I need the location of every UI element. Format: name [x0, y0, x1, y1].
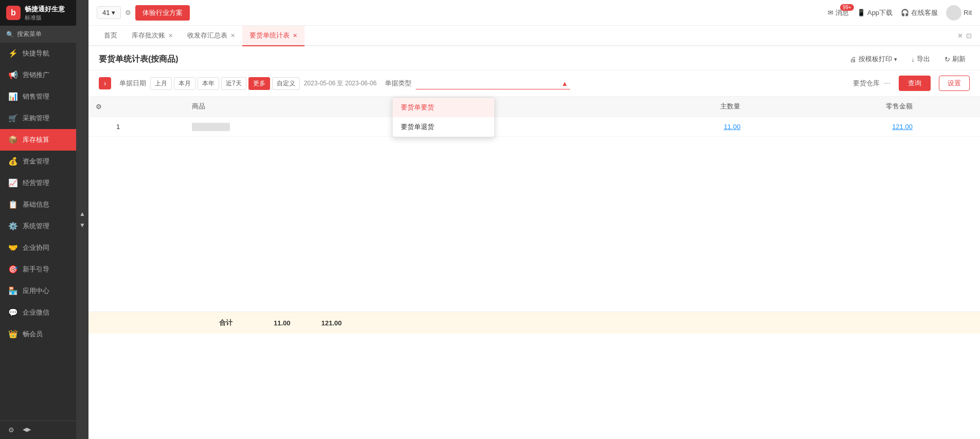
type-filter-dropdown-icon[interactable]: ▲: [561, 80, 568, 87]
appstore-icon: 🏪: [8, 286, 17, 296]
sidebar-item-finance[interactable]: 💰 资金管理: [0, 151, 76, 172]
topbar-right: ✉ 消息 99+ 📱 App下载 🎧 在线客服 Rit: [828, 5, 972, 21]
guide-icon: 🎯: [8, 265, 17, 274]
app-download-item[interactable]: 📱 App下载: [857, 8, 893, 17]
row-quantity: 11.00: [603, 117, 747, 137]
settings-icon[interactable]: ⚙: [8, 426, 14, 434]
enterprise-icon: 🤝: [8, 243, 17, 252]
col-extra: [920, 97, 980, 117]
sidebar-search[interactable]: 🔍 搜索菜单: [0, 26, 76, 43]
sidebar-item-marketing[interactable]: 📢 营销推广: [0, 64, 76, 86]
summary-row: 合计 11.00 121.00: [88, 312, 980, 334]
export-label: 导出: [917, 54, 930, 64]
refresh-icon: ↻: [945, 56, 950, 63]
close-window-icon[interactable]: ✕: [957, 32, 963, 40]
sidebar-item-label: 快捷导航: [23, 49, 49, 58]
date-btn-last-month[interactable]: 上月: [150, 77, 172, 90]
sidebar-item-enterprise[interactable]: 🤝 企业协同: [0, 237, 76, 259]
topbar-left: 41 ▾ ⚙ 体验行业方案: [97, 5, 822, 21]
expand-window-icon[interactable]: ⊡: [966, 32, 972, 40]
tab-receivable-summary-label: 收发存汇总表: [187, 31, 227, 40]
sidebar: b 畅捷通好生意 标准版 🔍 搜索菜单 ⚡ 快捷导航 📢 营销推广 📊 销售管理…: [0, 0, 76, 439]
date-btn-more[interactable]: 更多: [248, 77, 270, 90]
collapse-icon[interactable]: ◀▶: [23, 426, 31, 434]
date-btn-this-year[interactable]: 本年: [198, 77, 219, 90]
sidebar-item-label: 经营管理: [23, 178, 49, 188]
store-selector[interactable]: 41 ▾: [97, 6, 121, 19]
tab-inventory-batch[interactable]: 库存批次账 ✕: [124, 26, 180, 46]
refresh-btn[interactable]: ↻ 刷新: [940, 52, 970, 66]
sidebar-item-basic[interactable]: 📋 基础信息: [0, 194, 76, 215]
promo-button[interactable]: 体验行业方案: [135, 5, 190, 21]
sidebar-item-label: 采购管理: [23, 114, 49, 123]
page-title: 要货单统计表(按商品): [99, 54, 179, 65]
sidebar-nav: ⚡ 快捷导航 📢 营销推广 📊 销售管理 🛒 采购管理 📦 库存核算 💰 资金管…: [0, 43, 76, 420]
type-filter-input[interactable]: [416, 77, 570, 89]
warehouse-more-icon[interactable]: ···: [884, 79, 890, 88]
purchase-icon: 🛒: [8, 114, 17, 123]
col-quantity: 主数量: [603, 97, 747, 117]
sidebar-item-sales[interactable]: 📊 销售管理: [0, 86, 76, 107]
export-btn[interactable]: ↓ 导出: [907, 52, 935, 66]
sidebar-item-label: 企业微信: [23, 308, 49, 317]
sidebar-bottom: ⚙ ◀▶: [0, 420, 76, 439]
query-button[interactable]: 查询: [899, 76, 931, 91]
messages-badge: 99+: [840, 4, 854, 11]
sidebar-item-label: 系统管理: [23, 222, 49, 231]
store-dropdown-icon: ▾: [112, 9, 115, 16]
table-row: 1 ████████ 块 11.00 121.00: [88, 117, 980, 137]
dropdown-item-requisition-return[interactable]: 要货单退货: [393, 117, 494, 137]
user-item[interactable]: Rit: [946, 5, 972, 21]
table-wrap: ⚙ 商品 主计量单位 主数量 零售金额 1: [88, 97, 980, 137]
date-range-display: 2023-05-06 至 2023-06-06: [304, 79, 377, 88]
settings-icon-topbar[interactable]: ⚙: [125, 9, 131, 16]
sidebar-item-appstore[interactable]: 🏪 应用中心: [0, 280, 76, 302]
tab-receivable-summary[interactable]: 收发存汇总表 ✕: [180, 26, 242, 46]
col-settings[interactable]: ⚙: [88, 97, 109, 117]
product-masked: ████████: [192, 123, 230, 131]
tab-requisition-stats-label: 要货单统计表: [250, 31, 290, 40]
export-icon: ↓: [912, 56, 915, 63]
app-title: 畅捷通好生意: [25, 5, 65, 14]
data-table: ⚙ 商品 主计量单位 主数量 零售金额 1: [88, 97, 980, 137]
tab-home[interactable]: 首页: [97, 26, 124, 46]
tab-requisition-stats[interactable]: 要货单统计表 ✕: [242, 26, 305, 46]
sidebar-scroll[interactable]: ▲ ▼: [76, 0, 88, 439]
sidebar-item-guide[interactable]: 🎯 新手引导: [0, 259, 76, 280]
operations-icon: 📈: [8, 178, 17, 188]
tab-receivable-summary-close[interactable]: ✕: [230, 32, 235, 39]
col-amount: 零售金额: [747, 97, 919, 117]
sidebar-item-quick-nav[interactable]: ⚡ 快捷导航: [0, 43, 76, 64]
print-template-btn[interactable]: 🖨 按模板打印 ▾: [846, 52, 901, 66]
store-number: 41: [102, 9, 110, 16]
tab-requisition-stats-close[interactable]: ✕: [293, 32, 297, 39]
sidebar-item-purchase[interactable]: 🛒 采购管理: [0, 107, 76, 129]
tab-window-controls[interactable]: ✕ ⊡: [957, 32, 972, 40]
sidebar-item-label: 资金管理: [23, 157, 49, 166]
sidebar-item-operations[interactable]: 📈 经营管理: [0, 172, 76, 194]
col-index: [109, 97, 185, 117]
settings-button[interactable]: 设置: [939, 76, 970, 91]
expand-filter-btn[interactable]: ›: [99, 77, 111, 89]
sidebar-item-label: 营销推广: [23, 70, 49, 80]
content-spacer: [88, 137, 980, 312]
messages-item[interactable]: ✉ 消息 99+: [828, 8, 849, 17]
tab-inventory-batch-close[interactable]: ✕: [168, 32, 173, 39]
dropdown-item-label: 要货单退货: [401, 123, 434, 131]
dropdown-item-requisition-order[interactable]: 要货单要货: [393, 98, 494, 117]
date-btn-last-7[interactable]: 近7天: [221, 77, 246, 90]
date-btn-this-month[interactable]: 本月: [174, 77, 195, 90]
type-filter-group: 单据类型 ▲: [385, 77, 845, 89]
sidebar-item-inventory[interactable]: 📦 库存核算: [0, 129, 76, 151]
sidebar-item-wechat[interactable]: 💬 企业微信: [0, 302, 76, 323]
date-filter-label: 单据日期: [119, 79, 146, 88]
sidebar-item-label: 库存核算: [23, 135, 49, 144]
user-name: Rit: [964, 9, 972, 16]
filter-bar: › 单据日期 上月 本月 本年 近7天 更多 自定义 2023-05-06 至 …: [88, 70, 980, 97]
sidebar-item-system[interactable]: ⚙️ 系统管理: [0, 215, 76, 237]
sidebar-item-label: 基础信息: [23, 200, 49, 209]
date-btn-custom[interactable]: 自定义: [272, 77, 300, 90]
date-filter-group: 单据日期 上月 本月 本年 近7天 更多 自定义 2023-05-06 至 20…: [119, 77, 377, 90]
sidebar-item-member[interactable]: 👑 畅会员: [0, 323, 76, 345]
online-service-item[interactable]: 🎧 在线客服: [901, 8, 938, 17]
